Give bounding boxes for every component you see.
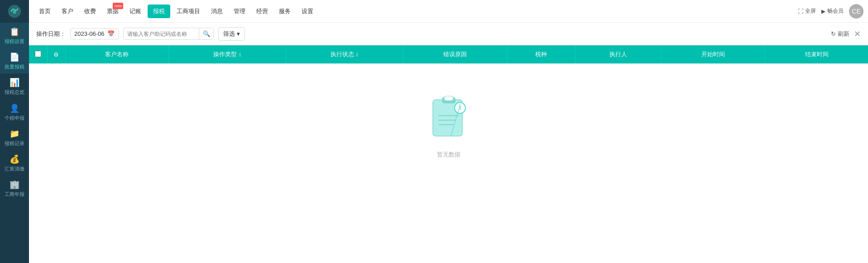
sidebar: (function() { const data = JSON.parse(do… — [0, 0, 29, 263]
close-button[interactable]: ✕ — [854, 29, 861, 39]
th-start-time: 开始时间 — [662, 45, 765, 63]
search-box: 🔍 — [123, 28, 214, 40]
topnav-item-customer[interactable]: 客户 — [56, 0, 79, 23]
calendar-icon: 📅 — [107, 30, 115, 37]
member-label: 畅会员 — [827, 7, 844, 15]
new-badge: new — [113, 3, 123, 9]
member-btn[interactable]: ▶畅会员 — [821, 7, 844, 15]
content: 操作日期： 2023-06-06 📅 🔍 筛选 ▾ ↻ 刷新 — [29, 23, 868, 263]
toolbar-right: ↻ 刷新 ✕ — [831, 29, 861, 39]
th-end-time: 结束时间 — [765, 45, 868, 63]
date-value: 2023-06-06 — [74, 30, 105, 37]
svg-rect-4 — [444, 96, 453, 101]
empty-state: ! 暂无数据 — [29, 63, 868, 186]
topnav-item-piao[interactable]: 票据new — [101, 0, 124, 23]
th-tax-type: 税种 — [507, 45, 575, 63]
topnav-item-jizhang[interactable]: 记账 — [124, 0, 147, 23]
user-avatar[interactable]: CE — [849, 4, 863, 19]
topnav: (function() { const data = JSON.parse(do… — [29, 0, 868, 23]
topnav-item-shezhi[interactable]: 设置 — [296, 0, 319, 23]
sidebar-label-gongshang-nianbao: 工商年报 — [5, 191, 24, 197]
search-input[interactable] — [124, 29, 199, 39]
settings-icon[interactable]: ⚙ — [53, 51, 59, 58]
main-area: (function() { const data = JSON.parse(do… — [29, 0, 868, 263]
sidebar-label-baoshui-shezhi: 报税设置 — [5, 39, 24, 44]
topnav-item-fuwu[interactable]: 服务 — [273, 0, 296, 23]
sidebar-icon-piliang-baoshui: 📄 — [9, 52, 20, 63]
sort-icon-op-type[interactable]: ↕ — [239, 51, 242, 58]
sidebar-label-piliang-baoshui: 批量报税 — [5, 64, 24, 70]
topnav-item-home[interactable]: 首页 — [34, 0, 56, 23]
th-checkbox — [29, 45, 47, 63]
th-executor: 执行人 — [575, 45, 662, 63]
app-logo — [0, 0, 29, 23]
sort-icon-exec-status[interactable]: ↕ — [356, 51, 359, 58]
sidebar-icon-huisuan-jiaona: 💰 — [9, 154, 20, 165]
fullscreen-icon: ⛶ — [798, 8, 803, 15]
refresh-icon: ↻ — [831, 30, 836, 37]
topnav-item-gongshang[interactable]: 工商项目 — [171, 0, 206, 23]
refresh-button[interactable]: ↻ 刷新 — [831, 30, 849, 38]
sidebar-label-baoshui-jilu: 报税记录 — [5, 141, 24, 146]
topnav-item-guanli[interactable]: 管理 — [228, 0, 251, 23]
topnav-item-jingying[interactable]: 经营 — [251, 0, 273, 23]
empty-illustration: ! — [426, 91, 471, 145]
sidebar-item-baoshui-shezhi[interactable]: 📋报税设置 — [0, 23, 29, 48]
date-label: 操作日期： — [36, 30, 66, 38]
sidebar-item-gongshang-nianbao[interactable]: 🏢工商年报 — [0, 175, 29, 201]
sidebar-item-baoshui-jilu[interactable]: 📁报税记录 — [0, 125, 29, 150]
filter-button[interactable]: 筛选 ▾ — [218, 27, 245, 41]
table-area: ⚙ 客户名称 操作类型 ↕ 执行状态 ↕ 错误原因 税种 执行人 开始时间 结束… — [29, 45, 868, 263]
page-area: 操作日期： 2023-06-06 📅 🔍 筛选 ▾ ↻ 刷新 — [29, 23, 868, 263]
sidebar-icon-baoshui-jilu: 📁 — [9, 128, 20, 139]
topnav-item-baoshui[interactable]: 报税 — [148, 5, 170, 18]
sidebar-item-baoshui-zonglam[interactable]: 📊报税总览 — [0, 73, 29, 99]
sidebar-icon-gongshang-nianbao: 🏢 — [9, 179, 20, 190]
sidebar-icon-geshui-shenbao: 👤 — [9, 103, 20, 114]
sidebar-item-geshui-shenbao[interactable]: 👤个税申报 — [0, 99, 29, 125]
select-all-checkbox[interactable] — [35, 51, 41, 57]
topnav-right: ⛶全屏▶畅会员CE — [798, 4, 863, 19]
date-picker[interactable]: 2023-06-06 📅 — [70, 28, 119, 39]
th-settings: ⚙ — [47, 45, 65, 63]
sidebar-icon-baoshui-zonglam: 📊 — [9, 77, 20, 88]
sidebar-item-huisuan-jiaona[interactable]: 💰汇算清缴 — [0, 150, 29, 175]
svg-point-1 — [13, 10, 16, 14]
refresh-label: 刷新 — [838, 30, 849, 38]
fullscreen-label: 全屏 — [805, 7, 816, 15]
search-button[interactable]: 🔍 — [199, 28, 214, 39]
th-op-type: 操作类型 ↕ — [169, 45, 286, 63]
th-error-reason: 错误原因 — [403, 45, 507, 63]
topnav-item-xiaoxi[interactable]: 消息 — [206, 0, 228, 23]
toolbar: 操作日期： 2023-06-06 📅 🔍 筛选 ▾ ↻ 刷新 — [29, 23, 868, 45]
data-table: ⚙ 客户名称 操作类型 ↕ 执行状态 ↕ 错误原因 税种 执行人 开始时间 结束… — [29, 45, 868, 63]
chevron-down-icon: ▾ — [237, 30, 240, 37]
table-header-row: ⚙ 客户名称 操作类型 ↕ 执行状态 ↕ 错误原因 税种 执行人 开始时间 结束… — [29, 45, 868, 63]
filter-label: 筛选 — [223, 30, 235, 38]
th-customer-name: 客户名称 — [65, 45, 169, 63]
sidebar-label-baoshui-zonglam: 报税总览 — [5, 89, 24, 95]
play-icon: ▶ — [821, 8, 825, 15]
empty-text: 暂无数据 — [437, 151, 460, 159]
sidebar-item-piliang-baoshui[interactable]: 📄批量报税 — [0, 48, 29, 73]
topnav-item-shoufei[interactable]: 收费 — [79, 0, 101, 23]
fullscreen-btn[interactable]: ⛶全屏 — [798, 7, 816, 15]
sidebar-label-geshui-shenbao: 个税申报 — [5, 115, 24, 121]
sidebar-icon-baoshui-shezhi: 📋 — [9, 26, 20, 37]
th-exec-status: 执行状态 ↕ — [286, 45, 403, 63]
sidebar-label-huisuan-jiaona: 汇算清缴 — [5, 166, 24, 172]
